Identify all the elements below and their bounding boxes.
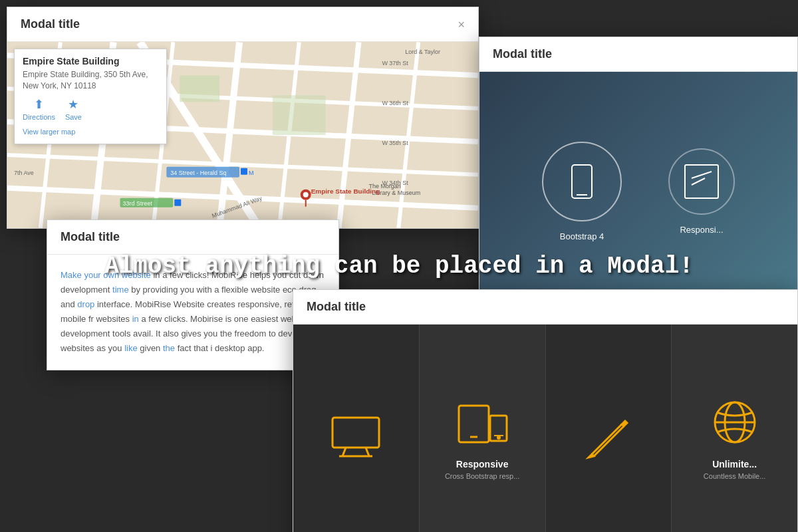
- svg-rect-14: [180, 75, 219, 102]
- svg-line-50: [592, 424, 622, 454]
- responsive-card-sublabel: Cross Bootstrap resp...: [445, 472, 520, 480]
- modal-icons-title: Modal title: [307, 300, 366, 314]
- monitor-icon: [329, 411, 382, 464]
- svg-point-33: [303, 192, 309, 198]
- icon-card-monitor: [293, 325, 420, 532]
- globe-card-label: Unlimite...: [712, 459, 757, 469]
- modal-map-close[interactable]: ×: [458, 19, 465, 31]
- directions-button[interactable]: ⬆ Directions: [23, 97, 55, 121]
- modal-text-paragraph: Make your own website in a few clicks! M…: [61, 268, 325, 356]
- svg-line-43: [366, 448, 369, 456]
- svg-line-51: [594, 426, 624, 456]
- modal-map: Modal title ×: [7, 7, 479, 229]
- svg-rect-24: [241, 168, 247, 175]
- save-icon: ★: [68, 97, 78, 112]
- clicks-link[interactable]: in: [132, 314, 139, 324]
- map-info-actions: ⬆ Directions ★ Save: [23, 97, 158, 121]
- globe-icon: [708, 396, 761, 449]
- fact-link[interactable]: the: [163, 343, 175, 353]
- modal-text-title: Modal title: [61, 230, 120, 244]
- save-button[interactable]: ★ Save: [65, 97, 82, 121]
- directions-icon: ⬆: [34, 97, 44, 112]
- svg-point-49: [498, 436, 500, 438]
- svg-text:33rd Street: 33rd Street: [123, 200, 153, 207]
- make-website-link[interactable]: Make your own website: [61, 270, 151, 280]
- modal-image-content: Bootstrap 4 Responsi...: [493, 142, 784, 241]
- svg-rect-36: [572, 165, 592, 198]
- svg-text:W 36th St: W 36th St: [382, 100, 408, 106]
- map-info-title: Empire State Building: [23, 56, 158, 66]
- time-link[interactable]: time: [112, 285, 129, 295]
- svg-line-42: [342, 448, 346, 456]
- responsive-label: Responsi...: [680, 225, 723, 235]
- save-label: Save: [65, 113, 82, 121]
- svg-text:W 37th St: W 37th St: [382, 60, 408, 66]
- directions-label: Directions: [23, 113, 55, 121]
- view-larger-map-link[interactable]: View larger map: [23, 128, 75, 136]
- bootstrap4-icon-circle: [542, 142, 622, 221]
- modal-icons: Modal title Responsive Cross Bootstrap r…: [293, 289, 798, 532]
- modal-icons-body: Responsive Cross Bootstrap resp... Unlim…: [293, 325, 797, 532]
- svg-line-40: [692, 178, 705, 185]
- responsive-devices-icon: [456, 396, 509, 449]
- bootstrap4-label: Bootstrap 4: [560, 231, 604, 241]
- pencil-icon: [582, 411, 635, 464]
- globe-card-sublabel: Countless Mobile...: [704, 472, 766, 480]
- responsive-icon-circle: [668, 148, 735, 215]
- phone-icon: [562, 162, 602, 201]
- svg-line-39: [692, 172, 712, 178]
- modal-image: Modal title Bootstrap 4: [479, 37, 798, 312]
- modal-icons-header: Modal title: [293, 290, 797, 325]
- modal-map-title: Modal title: [21, 17, 80, 31]
- responsive-card-label: Responsive: [456, 459, 509, 469]
- icon-card-responsive: Responsive Cross Bootstrap resp...: [420, 325, 546, 532]
- icon-card-globe: Unlimite... Countless Mobile...: [672, 325, 797, 532]
- modal-image-header: Modal title: [479, 37, 797, 72]
- svg-rect-28: [174, 200, 181, 206]
- map-info-box: Empire State Building Empire State Build…: [14, 49, 167, 144]
- modal-text-header: Modal title: [47, 220, 338, 255]
- map-info-address: Empire State Building, 350 5th Ave,New Y…: [23, 69, 158, 92]
- svg-text:Lord & Taylor: Lord & Taylor: [405, 49, 440, 55]
- svg-text:34 Street - Herald Sq: 34 Street - Herald Sq: [170, 170, 226, 176]
- like-link[interactable]: like: [124, 343, 138, 353]
- svg-text:W 35th St: W 35th St: [382, 140, 408, 146]
- svg-rect-38: [685, 165, 718, 198]
- icon-card-pencil: [546, 325, 672, 532]
- modal-image-title: Modal title: [493, 47, 552, 61]
- modal-image-body: Bootstrap 4 Responsi...: [479, 72, 797, 311]
- svg-text:Empire State Building: Empire State Building: [311, 188, 380, 195]
- edit-icon: [682, 162, 722, 201]
- svg-text:M: M: [249, 170, 253, 176]
- svg-rect-41: [332, 418, 379, 448]
- svg-rect-15: [273, 95, 326, 135]
- modal-map-header: Modal title ×: [7, 7, 478, 42]
- svg-text:7th Ave: 7th Ave: [14, 170, 34, 176]
- drop-link[interactable]: drop: [77, 299, 94, 309]
- map-container: Lord & Taylor W 37th St W 36th St W 35th…: [7, 42, 478, 228]
